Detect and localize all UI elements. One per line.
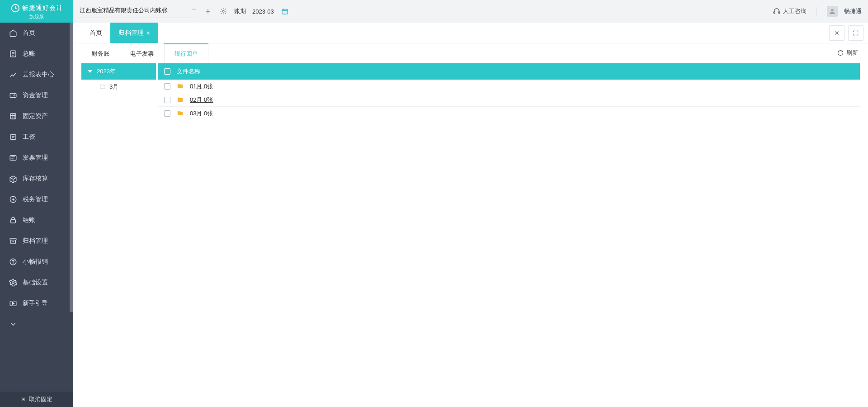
subtab-label: 电子发票: [130, 50, 154, 58]
svg-point-18: [831, 9, 833, 11]
username[interactable]: 畅捷通: [844, 7, 862, 15]
close-icon[interactable]: ×: [146, 29, 150, 37]
tab-home[interactable]: 首页: [81, 23, 110, 43]
sidebar-item-more[interactable]: [0, 314, 73, 335]
folder-tree: 2023年 3月: [81, 63, 156, 399]
main: 江西服宝精品有限责任公司内账张 ﹀ 账期 2023-03 人工咨询 畅捷通 首页…: [73, 0, 868, 407]
tax-icon: [9, 195, 17, 204]
svg-rect-17: [778, 12, 780, 14]
grid-row: 02月 0张: [158, 93, 860, 107]
refresh-button[interactable]: 刷新: [837, 43, 860, 63]
row-checkbox[interactable]: [164, 110, 170, 117]
folder-icon: [177, 83, 184, 90]
file-link[interactable]: 01月 0张: [190, 82, 213, 90]
sidebar-item-label: 资金管理: [23, 91, 48, 99]
gear-icon: [9, 279, 17, 287]
folder-icon: [177, 110, 184, 117]
sidebar-item-label: 固定资产: [23, 112, 48, 120]
page-tabs: 首页 归档管理×: [73, 23, 868, 43]
svg-rect-16: [774, 12, 775, 14]
inventory-icon: [9, 175, 17, 183]
sidebar-item-expense[interactable]: 小畅报销: [0, 251, 73, 272]
sidebar-item-label: 税务管理: [23, 195, 48, 204]
brand-block: 畅捷通好会计 旗舰版: [0, 0, 73, 23]
home-icon: [9, 29, 17, 37]
add-button[interactable]: [203, 7, 212, 16]
tab-label: 首页: [90, 29, 102, 37]
sidebar-item-guide[interactable]: 新手引导: [0, 293, 73, 314]
sidebar-item-home[interactable]: 首页: [0, 23, 73, 43]
avatar[interactable]: [827, 6, 838, 17]
sidebar-item-closing[interactable]: 结账: [0, 210, 73, 231]
sidebar-unpin[interactable]: 取消固定: [0, 392, 73, 407]
archive-icon: [9, 237, 17, 245]
support-label: 人工咨询: [783, 7, 807, 15]
grid-row: 03月 0张: [158, 107, 860, 120]
salary-icon: [9, 133, 17, 141]
sidebar-scrollbar[interactable]: [70, 23, 73, 392]
subtab-label: 银行回单: [175, 50, 198, 58]
sidebar-item-tax[interactable]: 税务管理: [0, 189, 73, 210]
refresh-label: 刷新: [846, 49, 858, 57]
sidebar-item-label: 云报表中心: [23, 71, 54, 79]
subtab-bank-receipt[interactable]: 银行回单: [164, 43, 208, 63]
folder-icon: [99, 84, 106, 90]
sidebar-item-fixed-assets[interactable]: 固定资产: [0, 106, 73, 127]
sidebar-item-salary[interactable]: 工资: [0, 127, 73, 147]
brand-name: 畅捷通好会计: [22, 4, 63, 12]
subtab-einvoice[interactable]: 电子发票: [120, 43, 164, 63]
tab-label: 归档管理: [118, 29, 144, 37]
chart-icon: [9, 71, 17, 79]
file-grid: 文件名称 01月 0张 02月 0张 0: [158, 63, 860, 399]
tree-month-node[interactable]: 3月: [81, 80, 156, 94]
tree-year-node[interactable]: 2023年: [81, 63, 156, 80]
invoice-icon: [9, 154, 17, 162]
sidebar-footer-label: 取消固定: [29, 395, 52, 403]
building-icon: [9, 112, 17, 120]
settings-button[interactable]: [219, 7, 228, 16]
calendar-icon[interactable]: [280, 7, 289, 16]
fullscreen-button[interactable]: [848, 25, 863, 41]
expense-icon: [9, 258, 17, 266]
subtab-finance[interactable]: 财务账: [81, 43, 120, 63]
sidebar-item-settings[interactable]: 基础设置: [0, 272, 73, 293]
headset-icon: [773, 8, 780, 15]
period-label: 账期: [234, 7, 246, 15]
row-checkbox[interactable]: [164, 83, 170, 90]
refresh-icon: [837, 50, 844, 56]
sidebar-item-label: 结账: [23, 216, 35, 224]
sidebar-item-ledger[interactable]: 总账: [0, 43, 73, 64]
grid-header-label: 文件名称: [177, 67, 200, 76]
subtabs: 财务账 电子发票 银行回单 刷新: [81, 43, 860, 63]
company-selector[interactable]: 江西服宝精品有限责任公司内账张 ﹀: [80, 5, 197, 18]
sidebar-item-label: 归档管理: [23, 237, 48, 245]
sidebar-item-inventory[interactable]: 库存核算: [0, 168, 73, 189]
sidebar-item-label: 小畅报销: [23, 258, 48, 266]
file-link[interactable]: 02月 0张: [190, 96, 213, 104]
company-name: 江西服宝精品有限责任公司内账张: [80, 6, 168, 14]
file-link[interactable]: 03月 0张: [190, 109, 213, 118]
divider: [816, 7, 817, 16]
wallet-icon: [9, 91, 17, 99]
content: 财务账 电子发票 银行回单 刷新 2023年 3月: [73, 43, 868, 407]
sidebar-item-archive[interactable]: 归档管理: [0, 231, 73, 251]
sidebar: 畅捷通好会计 旗舰版 首页 总账 云报表中心 资金管理 固定资产 工资 发票管理…: [0, 0, 73, 407]
subtab-label: 财务账: [92, 50, 109, 58]
sidebar-item-funds[interactable]: 资金管理: [0, 85, 73, 106]
ledger-icon: [9, 50, 17, 58]
period-value[interactable]: 2023-03: [252, 8, 274, 15]
sidebar-item-label: 新手引导: [23, 299, 48, 308]
sidebar-item-label: 总账: [23, 50, 35, 58]
grid-row: 01月 0张: [158, 80, 860, 93]
support-link[interactable]: 人工咨询: [773, 7, 807, 15]
row-checkbox[interactable]: [164, 97, 170, 103]
unpin-icon: [21, 396, 27, 402]
select-all-checkbox[interactable]: [164, 68, 170, 75]
sidebar-item-report[interactable]: 云报表中心: [0, 64, 73, 85]
nav: 首页 总账 云报表中心 资金管理 固定资产 工资 发票管理 库存核算 税务管理 …: [0, 23, 73, 392]
svg-rect-4: [10, 114, 16, 119]
tab-archive[interactable]: 归档管理×: [110, 23, 158, 43]
sidebar-item-invoice[interactable]: 发票管理: [0, 147, 73, 168]
svg-rect-13: [22, 398, 22, 401]
close-all-button[interactable]: [829, 25, 844, 41]
